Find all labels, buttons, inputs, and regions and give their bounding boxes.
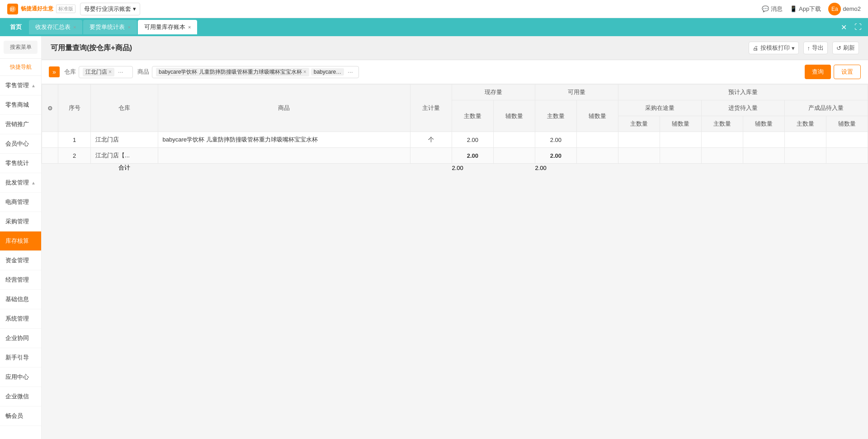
top-bar-left: 好 畅捷通好生意 标准版 母婴行业演示账套 ▾ [7,3,140,15]
nav-close-btn[interactable]: ✕ [837,21,850,33]
chevron-down-print: ▾ [792,45,795,52]
summary-row: 合计 2.00 2.00 [42,164,868,172]
sidebar-item-member[interactable]: 会员中心 [0,134,41,154]
sidebar-item-operations[interactable]: 经营管理 [0,270,41,290]
cell-product-2 [158,148,410,164]
warehouse-tag-remove[interactable]: × [108,69,112,75]
sidebar-item-inventory[interactable]: 库存核算 [0,231,41,251]
sidebar-item-retail-stats[interactable]: 零售统计 [0,154,41,173]
th-inbound-aux: 辅数量 [743,116,784,132]
sidebar-item-wechat[interactable]: 企业微信 [0,387,41,406]
sidebar-item-operations-label: 经营管理 [5,276,29,284]
user-name: demo2 [843,5,861,12]
cell-pur-main-2 [618,148,660,164]
cell-product-1: babycare学饮杯 儿童防摔防撞吸管杯重力球吸嘴杯宝宝水杯 [158,132,410,148]
cell-warehouse-2: 江北门店【... [91,148,158,164]
data-table: ⚙ 序号 仓库 商品 主计量 现存量 可用量 预计入库量 主数量 辅数量 主数量… [42,84,868,172]
sidebar-item-retail-mgmt[interactable]: 零售管理 ▲ [0,76,41,95]
sidebar-item-wholesale[interactable]: 批发管理 ▲ [0,173,41,193]
footer-empty-product [158,164,410,172]
avatar: Ea [828,3,841,15]
sidebar-item-wechat-label: 企业微信 [5,392,29,401]
sidebar-item-basics[interactable]: 基础信息 [0,290,41,309]
filter-expand-button[interactable]: » [49,66,60,77]
cell-curr-aux-2 [493,148,535,164]
nav-expand-btn[interactable]: ⛶ [852,21,864,33]
logo-text: 畅捷通好生意 [21,5,53,13]
product-more-btn[interactable]: ··· [346,68,355,76]
user-profile-btn[interactable]: Ea demo2 [828,3,861,15]
sidebar-item-marketing-label: 营销推广 [5,120,29,128]
product-filter: 商品 babycare学饮杯 儿童防摔防撞吸管杯重力球吸嘴杯宝宝水杯 × bab… [137,66,359,78]
th-available-group: 可用量 [535,85,618,100]
sidebar-quick-nav[interactable]: 快捷导航 [0,59,41,76]
sidebar-item-basics-label: 基础信息 [5,295,29,303]
cell-inb-main-2 [701,148,743,164]
th-warehouse: 仓库 [91,85,158,132]
warehouse-input[interactable]: 江北门店 × ··· [79,66,133,78]
message-icon: 💬 [762,5,769,12]
footer-label: 合计 [91,164,158,172]
app-download-label: App下载 [799,5,821,13]
sidebar-item-purchase-label: 采购管理 [5,217,29,226]
refresh-btn[interactable]: ↺ 刷新 [832,42,859,54]
cell-avail-aux-2 [576,148,618,164]
footer-avail-main: 2.00 [535,164,576,172]
industry-selector[interactable]: 母婴行业演示账套 ▾ [80,3,140,15]
cell-prod-aux-2 [826,148,868,164]
footer-prod-aux [826,164,868,172]
cell-pur-main-1 [618,132,660,148]
sidebar-item-member2[interactable]: 畅会员 [0,406,41,426]
table-row: 2 江北门店【... 2.00 2.00 [42,148,868,164]
main-layout: 搜索菜单 快捷导航 零售管理 ▲ 零售商城 营销推广 会员中心 零售统计 批发管… [0,36,868,439]
sidebar-search-area: 搜索菜单 [0,36,41,59]
tab-home[interactable]: 首页 [4,20,28,34]
tab-available-stock-close[interactable]: × [188,24,191,30]
cell-curr-main-1: 2.00 [452,132,493,148]
sidebar-item-retail-mall[interactable]: 零售商城 [0,95,41,115]
template-badge: 标准版 [56,5,75,13]
sidebar-item-marketing[interactable]: 营销推广 [0,115,41,134]
tab-receive-summary-close[interactable]: × [73,24,76,30]
app-download-btn[interactable]: 📱 App下载 [790,5,821,13]
tab-receive-summary[interactable]: 收发存汇总表 × [29,20,82,34]
chevron-down-icon: ▾ [133,5,136,12]
query-button[interactable]: 查询 [805,65,831,79]
sidebar-item-app-center[interactable]: 应用中心 [0,368,41,387]
sidebar-search-button[interactable]: 搜索菜单 [4,41,38,54]
logo-area: 好 畅捷通好生意 标准版 [7,4,75,14]
svg-text:好: 好 [10,7,14,12]
footer-inb-main [701,164,743,172]
tab-available-stock[interactable]: 可用量库存账本 × [138,20,197,34]
product-tag1-remove[interactable]: × [303,69,307,75]
print-template-btn[interactable]: 🖨 按模板打印 ▾ [749,42,799,54]
cell-unit-2 [410,148,452,164]
th-seq: 序号 [58,85,91,132]
tab-order-stats-close[interactable]: × [127,24,130,30]
th-purchase-transit-group: 采购在途量 [618,100,701,116]
product-input[interactable]: babycare学饮杯 儿童防摔防撞吸管杯重力球吸嘴杯宝宝水杯 × babyca… [152,66,359,78]
th-settings[interactable]: ⚙ [42,85,58,132]
sidebar-item-system[interactable]: 系统管理 [0,309,41,329]
cell-prod-aux-1 [826,132,868,148]
footer-curr-aux [493,164,535,172]
sidebar-item-retail-stats-label: 零售统计 [5,159,29,167]
sidebar-item-purchase[interactable]: 采购管理 [0,212,41,231]
sidebar-item-enterprise[interactable]: 企业协同 [0,329,41,348]
settings-button[interactable]: 设置 [834,65,861,79]
footer-empty-unit [410,164,452,172]
sidebar-item-guide[interactable]: 新手引导 [0,348,41,368]
cell-warehouse-1: 江北门店 [91,132,158,148]
cell-curr-aux-1 [493,132,535,148]
cell-inb-aux-1 [743,132,784,148]
cell-seq-1: 1 [58,132,91,148]
sidebar-item-ecommerce[interactable]: 电商管理 [0,193,41,212]
export-btn[interactable]: ↑ 导出 [803,42,828,54]
sidebar-item-system-label: 系统管理 [5,315,29,323]
message-btn[interactable]: 💬 消息 [762,5,783,13]
th-available-aux: 辅数量 [576,100,618,132]
sidebar-item-finance[interactable]: 资金管理 [0,251,41,270]
th-inbound-pending-group: 进货待入量 [701,100,784,116]
warehouse-more-btn[interactable]: ··· [116,68,125,76]
tab-order-stats[interactable]: 要货单统计表 × [83,20,137,34]
